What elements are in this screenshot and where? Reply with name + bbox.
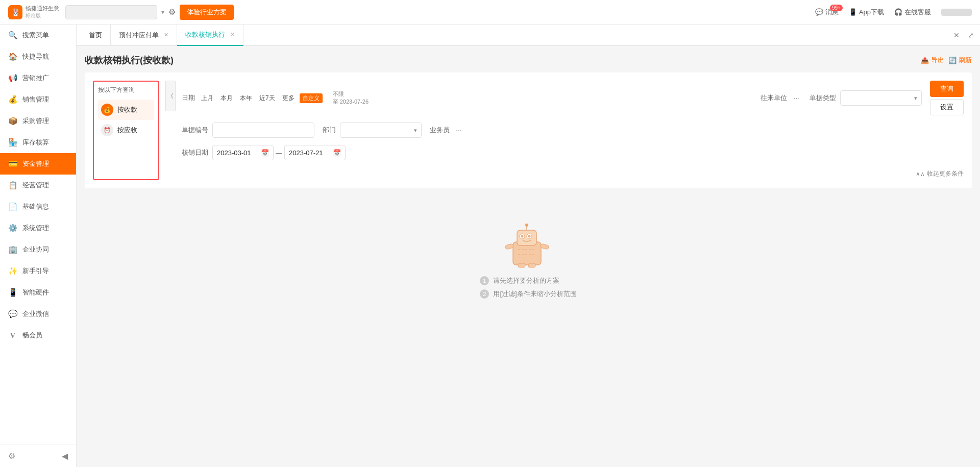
period-btn-this-month[interactable]: 本月 [218,93,235,104]
staff-label: 业务员 [430,126,450,135]
more-conditions-btn[interactable]: ∧∧ 收起更多条件 [182,167,964,180]
tab-close-window-icon[interactable]: ✕ [951,29,962,41]
sidebar-item-label: 销售管理 [22,95,49,104]
tab-bar: 首页 预付冲应付单 ✕ 收款核销执行 ✕ ✕ ⤢ [77,24,980,46]
sales-icon: 💰 [8,95,17,104]
sidebar-item-operation[interactable]: 📋 经营管理 [0,175,76,196]
sidebar-item-system[interactable]: ⚙️ 系统管理 [0,217,76,239]
search-query-btn[interactable]: 查询 [930,81,964,97]
message-icon: 💬 [815,8,823,16]
app-download-btn[interactable]: 📱 App下载 [849,8,884,17]
receivable-option-icon: ⏰ [101,124,113,136]
staff-group: 业务员 ··· [430,126,464,135]
partner-label: 往来单位 [761,93,787,103]
refresh-btn[interactable]: 🔄 刷新 [948,56,972,65]
sidebar-item-wechat[interactable]: 💬 企业微信 [0,303,76,325]
no-limit-text: 不限 至 2023-07-26 [333,90,369,106]
sidebar-item-label: 采购管理 [22,116,49,126]
message-btn[interactable]: 💬 消息 99+ [815,8,839,17]
collapse-filter-btn[interactable]: 《 [165,81,176,111]
home-icon: 🏠 [8,52,17,61]
period-btn-7days[interactable]: 近7天 [257,93,277,104]
brand-edition: 标准版 [26,12,59,19]
bill-no-group: 单据编号 [182,122,314,138]
sidebar-item-smart-hw[interactable]: 📱 智能硬件 [0,282,76,303]
user-avatar[interactable] [941,9,972,16]
custom-date-tag[interactable]: 自定义 [300,93,323,103]
collapse-sidebar-icon[interactable]: ◀ [62,451,68,461]
more-conditions-label: 收起更多条件 [927,169,964,178]
bill-no-input[interactable] [212,122,314,138]
sidebar-item-marketing[interactable]: 📢 营销推广 [0,67,76,89]
sidebar-item-quick-nav[interactable]: 🏠 快捷导航 [0,46,76,67]
sidebar-item-finance[interactable]: 💳 资金管理 [0,153,76,175]
sidebar-item-member[interactable]: V 畅会员 [0,325,76,346]
setting-btn[interactable]: 设置 [930,99,964,115]
sidebar-item-label: 智能硬件 [22,288,49,297]
bill-type-select[interactable]: ▾ [840,90,922,106]
hint-1-num: 1 [480,276,489,285]
online-service-btn[interactable]: 🎧 在线客服 [894,8,931,17]
sidebar: 🔍 搜索菜单 🏠 快捷导航 📢 营销推广 💰 销售管理 📦 采购管理 🏪 库存核… [0,24,77,467]
sidebar-item-basic-info[interactable]: 📄 基础信息 [0,196,76,217]
search-row-1: 日期 上月 本月 本年 近7天 更多 自定义 不限 [182,81,964,115]
verify-date-end-input[interactable]: 2023-07-21 📅 [284,145,346,160]
export-label: 导出 [931,56,944,65]
date-range-separator: — [276,149,282,157]
period-btn-more[interactable]: 更多 [280,93,297,104]
filter-panel: 按以下方查询 💰 按收款 ⏰ 按应收 《 [85,72,972,188]
content-area: 首页 预付冲应付单 ✕ 收款核销执行 ✕ ✕ ⤢ 收款核销执行(按收款) [77,24,980,467]
app-download-label: App下载 [859,8,884,17]
date-to-text: 至 2023-07-26 [333,98,369,106]
period-btn-last-month[interactable]: 上月 [199,93,215,104]
guide-icon: ✨ [8,266,17,276]
svg-point-5 [528,235,531,238]
inventory-icon: 🏪 [8,138,17,147]
sidebar-item-label: 企业协同 [22,245,49,254]
period-btn-this-year[interactable]: 本年 [238,93,254,104]
sidebar-item-purchase[interactable]: 📦 采购管理 [0,110,76,132]
filter-sidebar-title: 按以下方查询 [98,86,154,94]
tab-receivable-close-icon[interactable]: ✕ [230,31,235,38]
partner-ellipsis[interactable]: ··· [791,94,801,102]
bill-type-arrow-icon: ▾ [914,95,917,102]
dropdown-arrow-icon[interactable]: ▾ [161,9,164,16]
search-form: 日期 上月 本月 本年 近7天 更多 自定义 不限 [182,81,964,180]
calendar-end-icon: 📅 [333,149,341,157]
export-btn[interactable]: 📤 导出 [921,56,944,65]
tab-home[interactable]: 首页 [81,24,111,46]
sidebar-item-guide[interactable]: ✨ 新手引导 [0,260,76,282]
filter-option-receivable-label: 按应收 [117,126,137,135]
sidebar-item-enterprise[interactable]: 🏢 企业协同 [0,239,76,260]
staff-ellipsis[interactable]: ··· [454,126,464,134]
filter-option-by-receipt[interactable]: 💰 按收款 [98,100,154,120]
settings-gear-icon[interactable]: ⚙ [168,7,176,17]
tab-prepay[interactable]: 预付冲应付单 ✕ [111,24,177,46]
sidebar-item-label: 搜索菜单 [22,31,49,40]
verify-date-start-input[interactable]: 2023-03-01 📅 [212,145,274,160]
sidebar-item-search-menu[interactable]: 🔍 搜索菜单 [0,24,76,46]
receipt-option-icon: 💰 [101,104,113,116]
top-bar: 🐰 畅捷通好生意 标准版 ▾ ⚙ 体验行业方案 💬 消息 99+ 📱 App下载… [0,0,980,24]
top-search-input[interactable] [65,5,157,19]
filter-option-by-receivable[interactable]: ⏰ 按应收 [98,120,154,140]
finance-icon: 💳 [8,159,17,168]
basic-info-icon: 📄 [8,202,17,211]
sidebar-item-sales[interactable]: 💰 销售管理 [0,89,76,110]
system-icon: ⚙️ [8,224,17,233]
dept-select[interactable]: ▾ [340,122,422,138]
tab-prepay-close-icon[interactable]: ✕ [164,32,168,38]
tab-receivable[interactable]: 收款核销执行 ✕ [177,24,243,46]
sidebar-item-inventory[interactable]: 🏪 库存核算 [0,132,76,153]
empty-state: 1 请先选择要分析的方案 2 用[过滤]条件来缩小分析范围 [85,188,972,329]
no-limit-label: 不限 [333,90,369,98]
solution-btn[interactable]: 体验行业方案 [180,5,234,20]
action-btns: 查询 设置 [930,81,964,115]
partner-group: 往来单位 ··· [761,93,801,103]
empty-hints: 1 请先选择要分析的方案 2 用[过滤]条件来缩小分析范围 [480,276,576,299]
top-right-actions: 💬 消息 99+ 📱 App下载 🎧 在线客服 [815,8,972,17]
search-row-3: 核销日期 2023-03-01 📅 — 2023-07-21 📅 [182,145,964,160]
tab-fullscreen-icon[interactable]: ⤢ [966,29,976,41]
sidebar-item-label: 新手引导 [22,266,49,276]
settings-bottom-icon[interactable]: ⚙ [8,451,15,461]
